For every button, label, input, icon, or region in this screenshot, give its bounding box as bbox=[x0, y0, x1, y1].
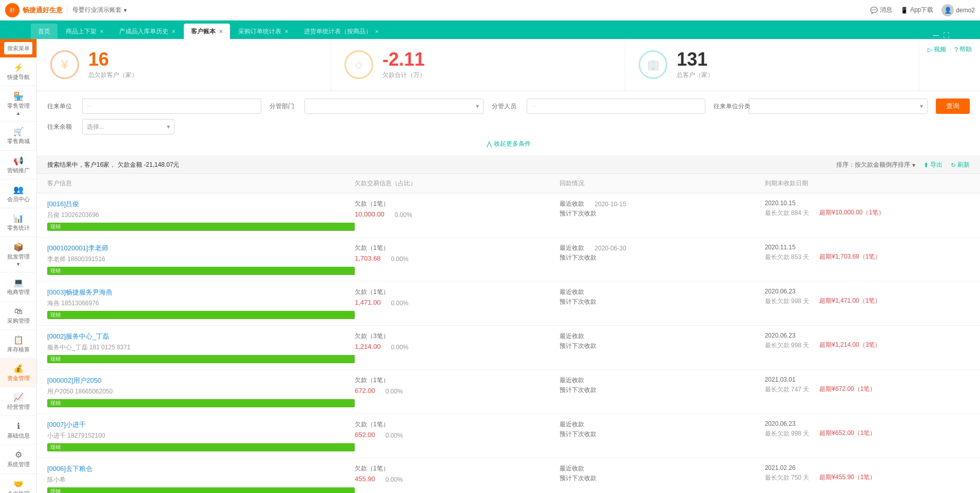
customer-name[interactable]: [0007]小进千 bbox=[47, 420, 355, 429]
debt-amount: 1,703.68 bbox=[355, 254, 381, 262]
logo-text: 畅捷通好生意 bbox=[23, 6, 63, 15]
menu-search-input[interactable] bbox=[4, 42, 32, 54]
last-collection-date: 2020-10-15 bbox=[594, 201, 626, 208]
query-button[interactable]: 查询 bbox=[936, 98, 970, 114]
customer-name[interactable]: [0016]吕俊 bbox=[47, 200, 355, 209]
filter-source-unit: 往来单位 ··· bbox=[47, 98, 261, 114]
debt-info-cell: 欠款（1笔） 672.00 0.00% bbox=[355, 376, 560, 395]
tab-production-history[interactable]: 产成品入库单历史 ✕ bbox=[112, 24, 183, 39]
maximize-icon[interactable]: ⛶ bbox=[943, 32, 949, 39]
overdue-amount[interactable]: 超期¥652.00（1笔） bbox=[819, 429, 876, 438]
balance-select[interactable]: 选择... ▾ bbox=[82, 119, 175, 134]
debt-amount-label: 欠款合计（万） bbox=[382, 71, 426, 80]
next-collection-label: 预计下次收款 bbox=[560, 298, 764, 306]
debt-percent: 0.00% bbox=[386, 476, 403, 483]
unit-category-select[interactable]: ▾ bbox=[748, 98, 928, 114]
sidebar-item-wholesale-mgmt[interactable]: 📦 批发管理 ▼ bbox=[0, 237, 36, 272]
debt-info-cell: 欠款（1笔） 1,703.68 0.00% bbox=[355, 244, 560, 263]
collection-cell: 最近收款 预计下次收款 bbox=[560, 288, 764, 306]
close-icon[interactable]: ✕ bbox=[219, 29, 223, 34]
sidebar-item-basic-info[interactable]: ℹ 基础信息 bbox=[0, 416, 36, 445]
manager-input[interactable]: ··· bbox=[527, 98, 706, 114]
refresh-button[interactable]: ↻ 刷新 bbox=[951, 161, 970, 169]
tab-purchase-by-product[interactable]: 进货单统计表（按商品） ✕ bbox=[297, 24, 386, 39]
overdue-amount[interactable]: 超期¥1,214.00（3笔） bbox=[819, 341, 881, 349]
customer-meta: 海燕 18513066976 bbox=[47, 299, 355, 308]
stat-debt-customers-info: 16 总欠款客户（家） bbox=[88, 50, 138, 80]
customer-meta: 用户2050 18665062050 bbox=[47, 387, 355, 396]
close-icon[interactable]: ✕ bbox=[284, 29, 289, 34]
sidebar-item-retail-stats[interactable]: 📊 零售统计 bbox=[0, 208, 36, 237]
debt-percent: 0.00% bbox=[386, 432, 403, 439]
download-icon: 📱 bbox=[900, 7, 908, 14]
overdue-amount[interactable]: 超期¥455.90（1笔） bbox=[819, 473, 876, 482]
app-download-btn[interactable]: 📱 App下载 bbox=[900, 6, 933, 14]
overdue-date: 2021.02.26 bbox=[765, 464, 970, 471]
tab-home[interactable]: 首页 bbox=[31, 24, 57, 39]
result-text-area: 搜索结果中，客户16家， 欠款金额 -21,148.07元 bbox=[47, 161, 179, 169]
debt-count: 欠款（1笔） bbox=[355, 200, 560, 208]
amount-row: 10,000.00 0.00% bbox=[355, 209, 560, 219]
customer-name[interactable]: [0001020001]李老师 bbox=[47, 244, 355, 253]
customer-tag: 现销 bbox=[47, 267, 355, 275]
retail-mall-icon: 🛒 bbox=[13, 127, 24, 136]
debt-info-cell: 欠款（1笔） 10,000.00 0.00% bbox=[355, 200, 560, 219]
sidebar-item-quick-nav[interactable]: ⚡ 快捷导航 bbox=[0, 57, 36, 86]
debt-info-cell: 欠款（1笔） 652.00 0.00% bbox=[355, 420, 560, 439]
overdue-amount[interactable]: 超期¥672.00（1笔） bbox=[819, 385, 876, 393]
sort-select[interactable]: 排序：按欠款金额倒序排序 ▾ bbox=[836, 161, 915, 169]
collapse-row[interactable]: ⋀ 收起更多条件 bbox=[47, 140, 970, 148]
dept-select[interactable]: ▾ bbox=[304, 98, 484, 114]
collection-cell: 最近收款 2020-10-15 预计下次收款 bbox=[560, 200, 764, 218]
customer-name[interactable]: [0002]服务中心_丁磊 bbox=[47, 332, 355, 341]
export-button[interactable]: ⬆ 导出 bbox=[924, 161, 943, 169]
tab-customer-account[interactable]: 客户账本 ✕ bbox=[184, 24, 230, 39]
sidebar-item-member-center[interactable]: 👥 会员中心 bbox=[0, 180, 36, 208]
main-content: ¥ 16 总欠款客户（家） ◇ -2.11 欠款合计（万） 🏢 bbox=[37, 39, 980, 493]
close-icon[interactable]: ✕ bbox=[375, 29, 379, 34]
sidebar-item-retail-mgmt[interactable]: 🏪 零售管理 ▲ bbox=[0, 86, 36, 122]
overdue-amount[interactable]: 超期¥1,471.00（1笔） bbox=[819, 297, 881, 305]
table-row: [0003]畅捷服务尹海燕 海燕 18513066976 现销 欠款（1笔） 1… bbox=[37, 282, 980, 326]
company-selector[interactable]: 母婴行业演示账套 ▾ bbox=[67, 6, 132, 14]
close-icon[interactable]: ✕ bbox=[100, 29, 104, 34]
minimize-icon[interactable]: — bbox=[933, 32, 939, 39]
source-unit-input[interactable]: ··· bbox=[82, 98, 261, 114]
tab-purchase-stats[interactable]: 采购订单统计表 ✕ bbox=[231, 24, 296, 39]
ecommerce-icon: 💻 bbox=[13, 278, 24, 287]
sidebar-item-marketing[interactable]: 📢 营销推广 bbox=[0, 151, 36, 180]
close-icon[interactable]: ✕ bbox=[171, 29, 176, 34]
sidebar-item-inventory[interactable]: 📋 库存核算 bbox=[0, 330, 36, 359]
debt-customers-icon: ¥ bbox=[49, 49, 80, 80]
next-collection-label: 预计下次收款 bbox=[560, 342, 764, 350]
table-row: [0006]去下粮仓 陈小希 现销 欠款（1笔） 455.90 0.00% 最近… bbox=[37, 458, 980, 493]
help-btn[interactable]: ? 帮助 bbox=[954, 45, 972, 54]
customer-name[interactable]: [000002]用户2050 bbox=[47, 376, 355, 385]
overdue-amount[interactable]: 超期¥1,703.68（1笔） bbox=[819, 252, 881, 261]
video-btn[interactable]: ▷ 视频 bbox=[928, 45, 946, 54]
sidebar-item-ecommerce[interactable]: 💻 电商管理 bbox=[0, 272, 36, 301]
sidebar-item-enterprise-collab[interactable]: 🤝 企业协同 bbox=[0, 474, 36, 493]
sidebar-nav: ⚡ 快捷导航 🏪 零售管理 ▲ 🛒 零售商城 📢 营销推广 👥 会员中心 � bbox=[0, 57, 36, 493]
customer-info-cell: [000002]用户2050 用户2050 18665062050 现销 bbox=[47, 376, 355, 407]
top-bar-left: 好 畅捷通好生意 母婴行业演示账套 ▾ bbox=[5, 3, 132, 17]
customer-name[interactable]: [0006]去下粮仓 bbox=[47, 464, 355, 474]
customer-name[interactable]: [0003]畅捷服务尹海燕 bbox=[47, 288, 355, 297]
customer-info-cell: [0006]去下粮仓 陈小希 现销 bbox=[47, 464, 355, 493]
search-bar bbox=[0, 39, 36, 57]
header-collection: 回款情况 bbox=[560, 179, 764, 188]
sidebar-item-finance[interactable]: 💰 资金管理 bbox=[0, 359, 36, 387]
sidebar-item-operations[interactable]: 📈 经营管理 bbox=[0, 387, 36, 416]
chevron-down-icon: ▾ bbox=[167, 123, 170, 130]
sidebar-item-retail-mall[interactable]: 🛒 零售商城 bbox=[0, 122, 36, 150]
chevron-down-icon: ▾ bbox=[476, 103, 479, 110]
user-area[interactable]: 👤 demo2 bbox=[941, 4, 975, 16]
debt-amount: 455.90 bbox=[355, 475, 375, 483]
dots-placeholder: ··· bbox=[87, 103, 92, 110]
sidebar-item-purchase-mgmt[interactable]: 🛍 采购管理 bbox=[0, 302, 36, 330]
overdue-amount[interactable]: 超期¥10,000.00（1笔） bbox=[819, 208, 885, 217]
tab-products-listing[interactable]: 商品上下架 ✕ bbox=[59, 24, 111, 39]
next-collection-label: 预计下次收款 bbox=[560, 253, 764, 262]
messages-btn[interactable]: 💬 消息 bbox=[870, 6, 892, 14]
sidebar-item-system[interactable]: ⚙ 系统管理 bbox=[0, 445, 36, 474]
